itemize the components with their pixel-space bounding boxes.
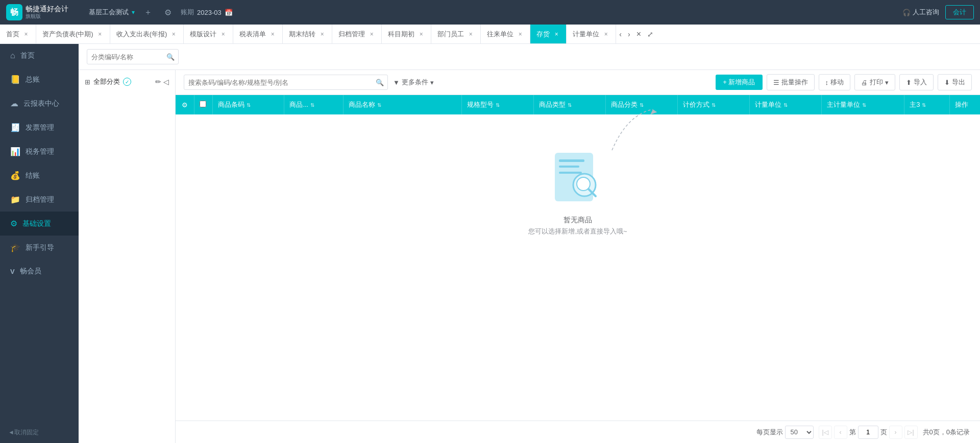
sidebar-item-home[interactable]: ⌂ 首页 bbox=[0, 44, 79, 67]
sidebar-item-member[interactable]: V 畅会员 bbox=[0, 260, 79, 283]
search-icon[interactable]: 🔍 bbox=[166, 53, 175, 61]
page-number-input[interactable] bbox=[858, 426, 878, 439]
move-button[interactable]: ↕ 移动 bbox=[819, 74, 851, 90]
th-main-unit[interactable]: 主计量单位 ⇅ bbox=[821, 95, 904, 114]
sort-unit-icon: ⇅ bbox=[783, 102, 788, 108]
tab-next-button[interactable]: › bbox=[625, 25, 633, 44]
dashed-arrow-illustration bbox=[607, 104, 668, 155]
invoice-icon: 🧾 bbox=[10, 123, 20, 132]
sidebar-item-guide[interactable]: 🎓 新手引导 bbox=[0, 236, 79, 260]
tab-dept[interactable]: 部门员工 × bbox=[431, 25, 481, 44]
archive-icon: 📁 bbox=[10, 195, 20, 204]
th-code[interactable]: 商品... ⇅ bbox=[284, 95, 344, 114]
th-col3[interactable]: 主3 ⇅ bbox=[904, 95, 949, 114]
sidebar-label-settle: 结账 bbox=[26, 171, 40, 180]
settings-icon: ⚙ bbox=[10, 219, 17, 228]
tab-homepage[interactable]: 首页 × bbox=[0, 25, 36, 44]
close-tab-inventory[interactable]: × bbox=[553, 31, 560, 38]
main-search-input[interactable] bbox=[184, 75, 388, 90]
unpin-button[interactable]: ◄取消固定 bbox=[0, 422, 79, 443]
tab-archive[interactable]: 归档管理 × bbox=[332, 25, 382, 44]
th-unit[interactable]: 计量单位 ⇅ bbox=[749, 95, 821, 114]
print-button[interactable]: 🖨 打印 ▾ bbox=[854, 74, 895, 90]
add-product-button[interactable]: + 新增商品 bbox=[716, 75, 762, 90]
close-tab-income[interactable]: × bbox=[170, 31, 177, 38]
th-checkbox[interactable] bbox=[194, 95, 212, 114]
sidebar-item-invoice[interactable]: 🧾 发票管理 bbox=[0, 115, 79, 139]
tab-income[interactable]: 收入支出表(年报) × bbox=[110, 25, 184, 44]
close-tab-homepage[interactable]: × bbox=[22, 31, 30, 38]
page-size-dropdown[interactable]: 50 10 20 100 bbox=[785, 426, 814, 439]
select-all-checkbox[interactable] bbox=[200, 101, 206, 107]
import-icon: ⬆ bbox=[906, 79, 912, 86]
tab-template[interactable]: 模版设计 × bbox=[184, 25, 233, 44]
header-right: 🎧 人工咨询 会计 bbox=[902, 5, 974, 19]
category-search-wrapper: 🔍 bbox=[87, 49, 179, 64]
tax-icon: 📊 bbox=[10, 147, 20, 156]
tab-prev-button[interactable]: ‹ bbox=[616, 25, 625, 44]
tab-contact[interactable]: 往来单位 × bbox=[481, 25, 530, 44]
category-label: 全部分类 bbox=[93, 77, 120, 86]
sidebar-label-guide: 新手引导 bbox=[26, 243, 54, 252]
close-tab-subject[interactable]: × bbox=[418, 31, 425, 38]
th-settings[interactable]: ⚙ bbox=[176, 95, 194, 114]
export-button[interactable]: ⬇ 导出 bbox=[938, 74, 972, 90]
close-all-tabs-button[interactable]: × bbox=[633, 25, 644, 44]
category-search-input[interactable] bbox=[87, 49, 179, 64]
close-tab-unit[interactable]: × bbox=[602, 31, 609, 38]
close-tab-dept[interactable]: × bbox=[467, 31, 474, 38]
settings-button[interactable]: ⚙ bbox=[161, 6, 175, 19]
sidebar-item-settle[interactable]: 💰 结账 bbox=[0, 164, 79, 188]
move-icon: ↕ bbox=[825, 79, 829, 86]
sidebar-item-report[interactable]: ☁ 云报表中心 bbox=[0, 91, 79, 115]
close-tab-balance[interactable]: × bbox=[96, 31, 104, 38]
th-barcode[interactable]: 商品条码 ⇅ bbox=[212, 95, 284, 114]
import-button[interactable]: ⬆ 导入 bbox=[899, 74, 934, 90]
empty-state: 暂无商品 您可以选择新增,或者直接导入哦~ bbox=[176, 114, 980, 267]
sort-code-icon: ⇅ bbox=[310, 102, 314, 108]
close-tab-template[interactable]: × bbox=[219, 31, 227, 38]
page-prev-button[interactable]: ‹ bbox=[834, 426, 847, 439]
sidebar-item-tax[interactable]: 📊 税务管理 bbox=[0, 139, 79, 164]
sidebar-item-ledger[interactable]: 📒 总账 bbox=[0, 67, 79, 91]
main-search-wrapper: 🔍 bbox=[184, 75, 388, 90]
logo-subtitle: 旗舰版 bbox=[26, 13, 68, 20]
empty-title: 暂无商品 bbox=[564, 216, 592, 225]
sidebar-item-archive[interactable]: 📁 归档管理 bbox=[0, 188, 79, 212]
tab-unit[interactable]: 计量单位 × bbox=[567, 25, 616, 44]
th-name[interactable]: 商品名称 ⇅ bbox=[344, 95, 462, 114]
tab-tax[interactable]: 税表清单 × bbox=[233, 25, 283, 44]
page-size-label: 每页显示 bbox=[756, 428, 783, 437]
add-tab-button[interactable]: ＋ bbox=[141, 5, 155, 20]
main-layout: ⌂ 首页 📒 总账 ☁ 云报表中心 🧾 发票管理 📊 税务管理 💰 结账 📁 归… bbox=[0, 44, 980, 443]
close-tab-archive[interactable]: × bbox=[368, 31, 375, 38]
ai-consult-button[interactable]: 🎧 人工咨询 bbox=[902, 8, 939, 17]
close-tab-period[interactable]: × bbox=[318, 31, 326, 38]
batch-operation-button[interactable]: ☰ 批量操作 bbox=[767, 74, 815, 90]
edit-category-button[interactable]: ✏ bbox=[155, 78, 161, 86]
tab-balance-sheet[interactable]: 资产负债表(中期) × bbox=[36, 25, 110, 44]
account-button[interactable]: 会计 bbox=[945, 5, 974, 19]
tab-period-transfer[interactable]: 期末结转 × bbox=[283, 25, 332, 44]
company-selector[interactable]: 基层工会测试 ▾ bbox=[89, 8, 135, 17]
th-type[interactable]: 商品类型 ⇅ bbox=[534, 95, 606, 114]
unpin-label: ◄取消固定 bbox=[8, 428, 39, 437]
main-search-icon[interactable]: 🔍 bbox=[376, 79, 384, 86]
ledger-icon: 📒 bbox=[10, 75, 20, 84]
close-tab-tax[interactable]: × bbox=[269, 31, 276, 38]
page-last-button[interactable]: ▷| bbox=[904, 426, 918, 439]
sidebar-item-settings[interactable]: ⚙ 基础设置 bbox=[0, 212, 79, 236]
page-first-button[interactable]: |◁ bbox=[819, 426, 832, 439]
page-next-button[interactable]: › bbox=[889, 426, 902, 439]
collapse-panel-button[interactable]: ◁ bbox=[163, 78, 169, 86]
tab-inventory[interactable]: 存货 × bbox=[530, 25, 567, 44]
more-filter-button[interactable]: ▼ 更多条件 ▾ bbox=[393, 78, 434, 87]
th-spec[interactable]: 规格型号 ⇅ bbox=[462, 95, 534, 114]
sort-col3-icon: ⇅ bbox=[922, 102, 926, 108]
tab-subject[interactable]: 科目期初 × bbox=[382, 25, 431, 44]
expand-tab-button[interactable]: ⤢ bbox=[644, 25, 656, 44]
period-area: 账期 2023-03 📅 bbox=[181, 8, 233, 17]
sort-barcode-icon: ⇅ bbox=[247, 102, 251, 108]
th-price-method[interactable]: 计价方式 ⇅ bbox=[677, 95, 749, 114]
close-tab-contact[interactable]: × bbox=[517, 31, 524, 38]
